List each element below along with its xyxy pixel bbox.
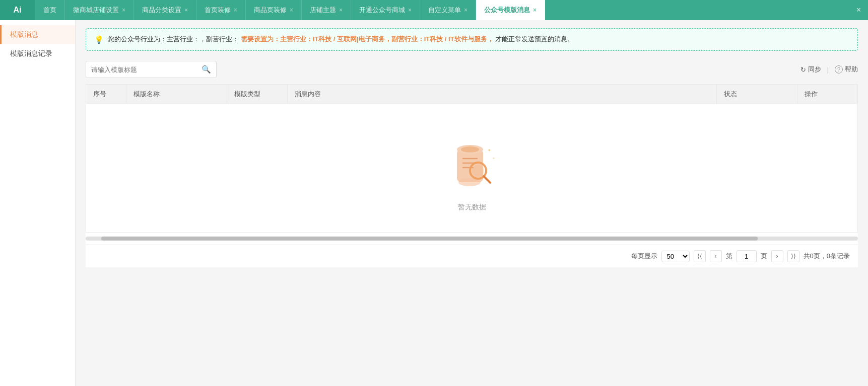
tab-custom-menu-label: 自定义菜单	[428, 6, 461, 15]
tab-open-mall-close[interactable]: ×	[408, 7, 412, 14]
table-container: 序号 模版名称 模版类型 消息内容 状态	[86, 84, 858, 267]
total-label: 共0页，0条记录	[804, 252, 850, 261]
close-all-button[interactable]: ×	[849, 6, 868, 15]
notice-icon: 💡	[94, 35, 104, 44]
notice-prefix: 您的公众号行业为：主营行业：，副营行业：	[108, 35, 239, 43]
empty-state-row: ✦ ✦ 暂无数据	[86, 104, 858, 233]
notice-highlight: 需要设置为：主营行业：IT科技 / 互联网|电子商务，副营行业：IT科技 / I…	[241, 35, 494, 43]
sidebar-item-template-msg-records-label: 模版消息记录	[10, 49, 52, 57]
notice-text: 您的公众号行业为：主营行业：，副营行业： 需要设置为：主营行业：IT科技 / 互…	[108, 35, 574, 44]
notice-box: 💡 您的公众号行业为：主营行业：，副营行业： 需要设置为：主营行业：IT科技 /…	[86, 28, 858, 51]
sync-button[interactable]: ↻ 同步	[800, 65, 821, 74]
tab-store-settings-label: 微商城店铺设置	[73, 6, 119, 15]
col-header-status: 状态	[717, 85, 797, 104]
sidebar-item-template-msg-label: 模版消息	[10, 30, 38, 38]
brand-logo: Ai	[0, 0, 35, 20]
empty-state: ✦ ✦ 暂无数据	[86, 104, 857, 232]
tab-category-settings[interactable]: 商品分类设置 ×	[134, 0, 196, 20]
tab-bar: Ai 首页 微商城店铺设置 × 商品分类设置 × 首页装修 × 商品页装修 × …	[0, 0, 868, 20]
tab-open-mall[interactable]: 开通公众号商城 ×	[351, 0, 420, 20]
tab-store-theme[interactable]: 店铺主题 ×	[302, 0, 351, 20]
horizontal-scrollbar[interactable]	[86, 237, 858, 241]
tab-home-decoration-close[interactable]: ×	[234, 7, 237, 14]
content-area: 💡 您的公众号行业为：主营行业：，副营行业： 需要设置为：主营行业：IT科技 /…	[76, 20, 868, 386]
col-header-type: 模版类型	[227, 85, 288, 104]
svg-point-8	[472, 165, 484, 177]
col-header-action: 操作	[797, 85, 858, 104]
tab-product-decoration-label: 商品页装修	[254, 6, 287, 15]
page-label-after: 页	[761, 252, 767, 261]
tab-custom-menu[interactable]: 自定义菜单 ×	[420, 0, 476, 20]
pagination: 每页显示 50 20 100 ⟨⟨ ‹ 第 页 › ⟩⟩ 共0页，0条记录	[86, 245, 858, 267]
first-page-button[interactable]: ⟨⟨	[694, 250, 706, 262]
tab-store-settings[interactable]: 微商城店铺设置 ×	[65, 0, 134, 20]
search-input[interactable]	[91, 66, 202, 73]
page-number-input[interactable]	[737, 250, 757, 262]
sidebar: 模版消息 模版消息记录	[0, 20, 76, 386]
tab-store-theme-close[interactable]: ×	[339, 7, 343, 14]
page-size-label: 每页显示	[631, 252, 657, 261]
tab-store-settings-close[interactable]: ×	[122, 7, 125, 14]
tab-product-decoration[interactable]: 商品页装修 ×	[246, 0, 302, 20]
sync-label: 同步	[808, 65, 821, 74]
page-size-select[interactable]: 50 20 100	[661, 251, 690, 262]
tab-template-msg-close[interactable]: ×	[533, 7, 537, 14]
tab-home-label: 首页	[43, 6, 56, 15]
sidebar-item-template-msg[interactable]: 模版消息	[0, 25, 75, 44]
empty-illustration: ✦ ✦	[442, 134, 502, 195]
tab-home-decoration[interactable]: 首页装修 ×	[196, 0, 246, 20]
main-layout: 模版消息 模版消息记录 💡 您的公众号行业为：主营行业：，副营行业： 需要设置为…	[0, 20, 868, 386]
tab-custom-menu-close[interactable]: ×	[464, 7, 468, 14]
svg-point-3	[461, 146, 479, 152]
sync-icon: ↻	[800, 66, 806, 73]
toolbar-right: ↻ 同步 | ? 帮助	[800, 65, 858, 74]
help-icon: ?	[835, 65, 843, 73]
page-label-before: 第	[726, 252, 732, 261]
search-bar: 🔍 ↻ 同步 | ? 帮助	[86, 61, 858, 78]
help-label: 帮助	[845, 65, 858, 74]
last-page-button[interactable]: ⟩⟩	[787, 250, 799, 262]
search-icon[interactable]: 🔍	[202, 65, 211, 74]
tab-category-settings-label: 商品分类设置	[142, 6, 181, 15]
col-header-content: 消息内容	[288, 85, 717, 104]
prev-page-button[interactable]: ‹	[710, 250, 722, 262]
table-header-row: 序号 模版名称 模版类型 消息内容 状态	[86, 85, 858, 104]
notice-suffix: 才能正常发送预置的消息。	[495, 35, 574, 43]
tab-template-msg[interactable]: 公众号模版消息 ×	[476, 0, 545, 20]
svg-text:✦: ✦	[487, 147, 491, 153]
toolbar-divider: |	[827, 66, 829, 73]
tab-open-mall-label: 开通公众号商城	[359, 6, 405, 15]
tab-template-msg-label: 公众号模版消息	[484, 6, 530, 15]
tab-home-decoration-label: 首页装修	[205, 6, 231, 15]
col-header-index: 序号	[86, 85, 126, 104]
tab-product-decoration-close[interactable]: ×	[290, 7, 293, 14]
scroll-thumb[interactable]	[101, 237, 758, 241]
tab-category-close[interactable]: ×	[184, 7, 188, 14]
search-input-wrap[interactable]: 🔍	[86, 61, 217, 78]
col-header-name: 模版名称	[126, 85, 227, 104]
help-button[interactable]: ? 帮助	[835, 65, 858, 74]
svg-line-9	[484, 176, 490, 183]
svg-text:✦: ✦	[492, 157, 495, 160]
data-table: 序号 模版名称 模版类型 消息内容 状态	[86, 84, 858, 233]
tab-home[interactable]: 首页	[35, 0, 65, 20]
sidebar-item-template-msg-records[interactable]: 模版消息记录	[0, 44, 75, 63]
next-page-button[interactable]: ›	[771, 250, 783, 262]
tab-store-theme-label: 店铺主题	[310, 6, 336, 15]
empty-text: 暂无数据	[458, 203, 486, 212]
